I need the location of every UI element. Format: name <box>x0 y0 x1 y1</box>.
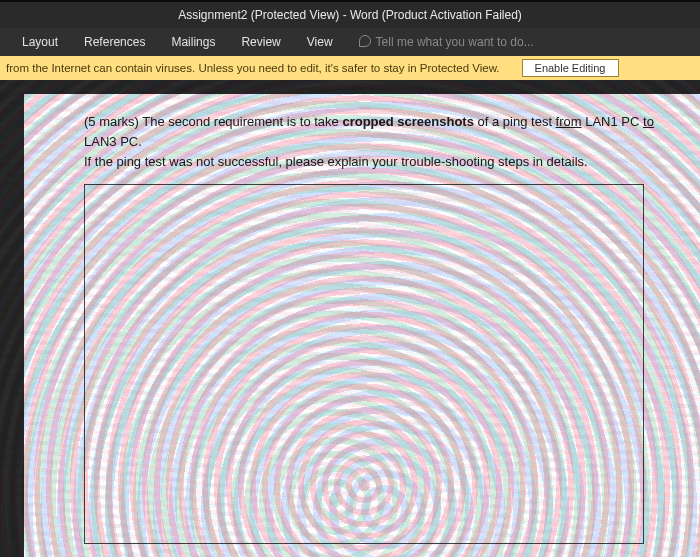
screenshot-placeholder-box <box>84 184 644 544</box>
tell-me-placeholder: Tell me what you want to do... <box>376 35 534 49</box>
document-area: (5 marks) The second requirement is to t… <box>0 80 700 557</box>
ribbon-tabs: Layout References Mailings Review View T… <box>0 28 700 56</box>
paragraph-question: (5 marks) The second requirement is to t… <box>84 112 660 152</box>
window-title: Assignment2 (Protected View) - Word (Pro… <box>178 8 522 22</box>
tab-layout[interactable]: Layout <box>22 35 58 49</box>
q-text-1: The second requirement is to take <box>142 114 342 129</box>
tab-view[interactable]: View <box>307 35 333 49</box>
tab-mailings[interactable]: Mailings <box>171 35 215 49</box>
title-bar: Assignment2 (Protected View) - Word (Pro… <box>0 0 700 28</box>
lightbulb-icon <box>359 35 371 47</box>
tab-review[interactable]: Review <box>241 35 280 49</box>
paragraph-instruction: If the ping test was not successful, ple… <box>84 152 660 172</box>
q-text-4: LAN3 PC. <box>84 134 142 149</box>
q-text-3: LAN1 PC <box>582 114 643 129</box>
protected-view-message: from the Internet can contain viruses. U… <box>6 62 500 74</box>
protected-view-bar: from the Internet can contain viruses. U… <box>0 56 700 80</box>
q-text-to: to <box>643 114 654 129</box>
tell-me-search[interactable]: Tell me what you want to do... <box>359 35 534 49</box>
document-page: (5 marks) The second requirement is to t… <box>24 94 700 557</box>
marks-label: (5 marks) <box>84 114 142 129</box>
q-text-bold: cropped screenshots <box>342 114 474 129</box>
q-text-from: from <box>556 114 582 129</box>
tab-references[interactable]: References <box>84 35 145 49</box>
enable-editing-button[interactable]: Enable Editing <box>522 59 619 77</box>
q-text-2: of a ping test <box>474 114 556 129</box>
